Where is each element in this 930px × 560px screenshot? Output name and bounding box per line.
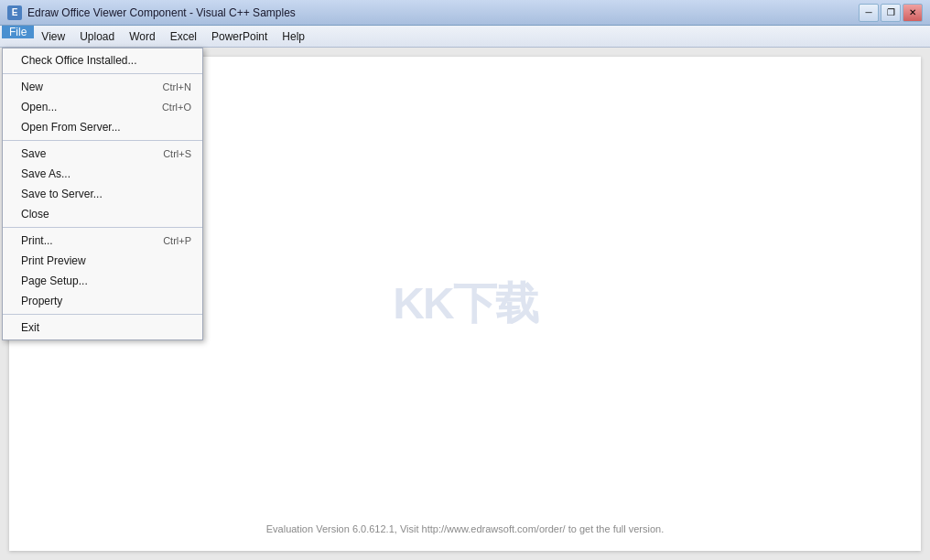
menu-item-print[interactable]: Print...Ctrl+P [3,231,202,251]
menu-item-print-preview[interactable]: Print Preview [3,251,202,271]
menu-item-new[interactable]: NewCtrl+N [3,77,202,97]
minimize-button[interactable]: ─ [859,4,879,22]
eval-text: Evaluation Version 6.0.612.1, Visit http… [266,523,665,534]
menu-item-label: Open... [21,101,57,113]
menu-item-shortcut: Ctrl+N [163,81,191,92]
menu-item-shortcut: Ctrl+P [163,235,191,246]
menu-item-label: Open From Server... [21,121,121,134]
menu-separator [3,227,202,228]
title-bar-buttons: ─ ❐ ✕ [859,4,923,22]
menu-item-label: New [21,81,43,93]
window-title: Edraw Office Viewer Component - Visual C… [27,6,859,19]
menu-separator [3,314,202,315]
app-icon: E [7,5,22,20]
menu-item-file[interactable]: File [2,26,34,38]
menu-item-label: Print Preview [21,254,86,267]
close-button[interactable]: ✕ [903,4,923,22]
menu-item-close[interactable]: Close [3,204,202,224]
watermark: KK下载 [393,275,536,333]
menu-item-open-server[interactable]: Open From Server... [3,117,202,137]
title-bar: E Edraw Office Viewer Component - Visual… [0,0,930,26]
menu-item-label: Property [21,295,62,307]
menu-item-save[interactable]: SaveCtrl+S [3,144,202,164]
file-menu-wrapper: File Check Office Installed...NewCtrl+NO… [2,26,34,47]
menu-item-excel[interactable]: Excel [163,26,204,47]
menu-item-save-server[interactable]: Save to Server... [3,184,202,204]
menu-item-label: Exit [21,321,39,334]
menu-item-label: Print... [21,234,53,247]
menu-item-open[interactable]: Open...Ctrl+O [3,97,202,117]
menu-item-page-setup[interactable]: Page Setup... [3,271,202,291]
restore-button[interactable]: ❐ [881,4,901,22]
menu-item-label: Page Setup... [21,275,88,287]
menu-item-help[interactable]: Help [275,26,312,47]
menu-item-upload[interactable]: Upload [72,26,122,47]
menu-item-view[interactable]: View [34,26,72,47]
menu-item-label: Close [21,208,49,221]
menu-item-label: Save [21,147,46,160]
menu-item-check-office[interactable]: Check Office Installed... [3,50,202,70]
menu-item-exit[interactable]: Exit [3,318,202,338]
menu-separator [3,140,202,141]
menu-bar: File Check Office Installed...NewCtrl+NO… [0,26,930,48]
menu-item-powerpoint[interactable]: PowerPoint [204,26,275,47]
menu-item-label: Check Office Installed... [21,54,137,67]
menu-item-shortcut: Ctrl+S [163,148,191,159]
menu-item-label: Save As... [21,167,70,180]
file-dropdown: Check Office Installed...NewCtrl+NOpen..… [2,48,203,340]
menu-item-shortcut: Ctrl+O [162,102,191,113]
menu-item-property[interactable]: Property [3,291,202,311]
menu-item-word[interactable]: Word [122,26,162,47]
menu-item-label: Save to Server... [21,188,103,200]
menu-separator [3,73,202,74]
menu-item-save-as[interactable]: Save As... [3,164,202,184]
